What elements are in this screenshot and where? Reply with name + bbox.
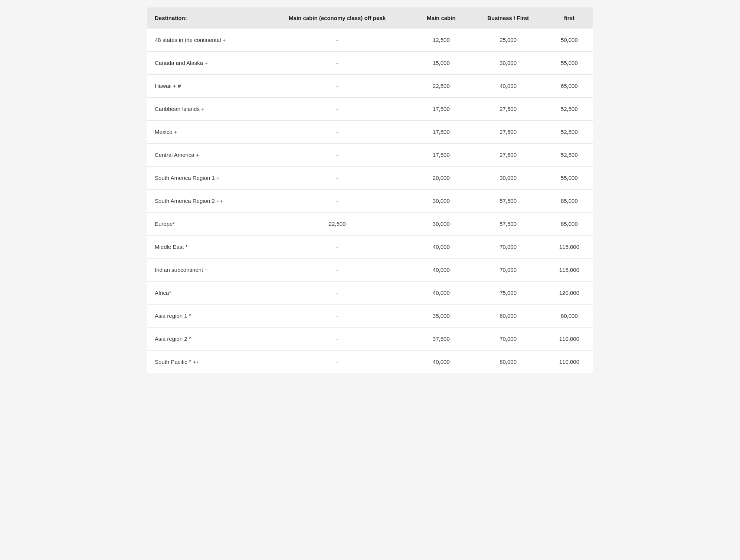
- value-cell: 27,500: [471, 144, 546, 167]
- table-row: Africa*-40,00075,000120,000: [147, 281, 593, 304]
- value-cell: 30,000: [471, 167, 546, 190]
- table-row: Caribbean Islands +-17,50027,50052,500: [147, 98, 593, 121]
- value-cell: 57,500: [471, 213, 546, 235]
- value-cell: 40,000: [412, 350, 470, 373]
- table-row: Europe*22,50030,00057,50085,000: [147, 213, 593, 235]
- value-cell: 35,000: [412, 304, 470, 327]
- header-destination: Destination:: [147, 7, 262, 29]
- value-cell: 115,000: [546, 235, 593, 258]
- header-main-cabin-off-peak: Main cabin (economy class) off peak: [262, 7, 412, 29]
- table-row: Mexico +-17,50027,50052,500: [147, 121, 593, 144]
- value-cell: -: [262, 350, 412, 373]
- value-cell: 110,000: [546, 327, 593, 350]
- value-cell: 75,000: [471, 281, 546, 304]
- value-cell: 55,000: [546, 167, 593, 190]
- destination-cell: Middle East *: [147, 235, 262, 258]
- destination-cell: Asia region 1 ^: [147, 304, 262, 327]
- value-cell: 37,500: [412, 327, 470, 350]
- value-cell: -: [262, 258, 412, 281]
- value-cell: 17,500: [412, 98, 470, 121]
- value-cell: 57,500: [471, 190, 546, 213]
- value-cell: -: [262, 327, 412, 350]
- destination-cell: Hawaii + #: [147, 75, 262, 98]
- value-cell: 30,000: [471, 52, 546, 75]
- value-cell: 115,000: [546, 258, 593, 281]
- value-cell: -: [262, 52, 412, 75]
- value-cell: 85,000: [546, 213, 593, 235]
- destination-cell: South America Region 2 ++: [147, 190, 262, 213]
- value-cell: 15,000: [412, 52, 470, 75]
- destination-cell: 48 states in the continental +: [147, 29, 262, 52]
- value-cell: 50,000: [546, 29, 593, 52]
- destination-cell: South Pacific ^ ++: [147, 350, 262, 373]
- value-cell: 27,500: [471, 98, 546, 121]
- value-cell: -: [262, 121, 412, 144]
- value-cell: 85,000: [546, 190, 593, 213]
- value-cell: 22,500: [262, 213, 412, 235]
- value-cell: 65,000: [546, 75, 593, 98]
- value-cell: 22,500: [412, 75, 470, 98]
- table-row: Indian subcontinent ~-40,00070,000115,00…: [147, 258, 593, 281]
- value-cell: 55,000: [546, 52, 593, 75]
- value-cell: 40,000: [412, 258, 470, 281]
- value-cell: 30,000: [412, 213, 470, 235]
- destination-cell: Canada and Alaska +: [147, 52, 262, 75]
- value-cell: -: [262, 281, 412, 304]
- table-row: Central America +-17,50027,50052,500: [147, 144, 593, 167]
- destination-cell: Africa*: [147, 281, 262, 304]
- value-cell: 27,500: [471, 121, 546, 144]
- table-row: Hawaii + #-22,50040,00065,000: [147, 75, 593, 98]
- value-cell: 120,000: [546, 281, 593, 304]
- value-cell: 17,500: [412, 144, 470, 167]
- value-cell: -: [262, 29, 412, 52]
- value-cell: 52,500: [546, 98, 593, 121]
- value-cell: 110,000: [546, 350, 593, 373]
- value-cell: 80,000: [471, 350, 546, 373]
- value-cell: -: [262, 190, 412, 213]
- value-cell: 80,000: [546, 304, 593, 327]
- destination-cell: Central America +: [147, 144, 262, 167]
- value-cell: -: [262, 75, 412, 98]
- value-cell: 40,000: [471, 75, 546, 98]
- value-cell: -: [262, 167, 412, 190]
- destination-cell: Caribbean Islands +: [147, 98, 262, 121]
- value-cell: 52,500: [546, 144, 593, 167]
- destination-cell: Indian subcontinent ~: [147, 258, 262, 281]
- value-cell: 40,000: [412, 235, 470, 258]
- value-cell: 40,000: [412, 281, 470, 304]
- value-cell: 12,500: [412, 29, 470, 52]
- table-header-row: Destination: Main cabin (economy class) …: [147, 7, 593, 29]
- award-chart-table: Destination: Main cabin (economy class) …: [147, 7, 593, 373]
- value-cell: 70,000: [471, 258, 546, 281]
- value-cell: 25,000: [471, 29, 546, 52]
- table-row: 48 states in the continental +-12,50025,…: [147, 29, 593, 52]
- value-cell: 70,000: [471, 327, 546, 350]
- destination-cell: South America Region 1 +: [147, 167, 262, 190]
- header-main-cabin: Main cabin: [412, 7, 470, 29]
- table-row: Middle East *-40,00070,000115,000: [147, 235, 593, 258]
- table-row: South America Region 1 +-20,00030,00055,…: [147, 167, 593, 190]
- destination-cell: Asia region 2 ^: [147, 327, 262, 350]
- destination-cell: Mexico +: [147, 121, 262, 144]
- header-first: first: [546, 7, 593, 29]
- table-row: Canada and Alaska +-15,00030,00055,000: [147, 52, 593, 75]
- value-cell: 70,000: [471, 235, 546, 258]
- value-cell: -: [262, 98, 412, 121]
- table-row: South America Region 2 ++-30,00057,50085…: [147, 190, 593, 213]
- value-cell: 60,000: [471, 304, 546, 327]
- table-row: South Pacific ^ ++-40,00080,000110,000: [147, 350, 593, 373]
- value-cell: 52,500: [546, 121, 593, 144]
- value-cell: -: [262, 304, 412, 327]
- value-cell: 20,000: [412, 167, 470, 190]
- value-cell: 17,500: [412, 121, 470, 144]
- header-business-first: Business / First: [471, 7, 546, 29]
- value-cell: -: [262, 235, 412, 258]
- table-row: Asia region 1 ^-35,00060,00080,000: [147, 304, 593, 327]
- value-cell: 30,000: [412, 190, 470, 213]
- table-row: Asia region 2 ^-37,50070,000110,000: [147, 327, 593, 350]
- destination-cell: Europe*: [147, 213, 262, 235]
- value-cell: -: [262, 144, 412, 167]
